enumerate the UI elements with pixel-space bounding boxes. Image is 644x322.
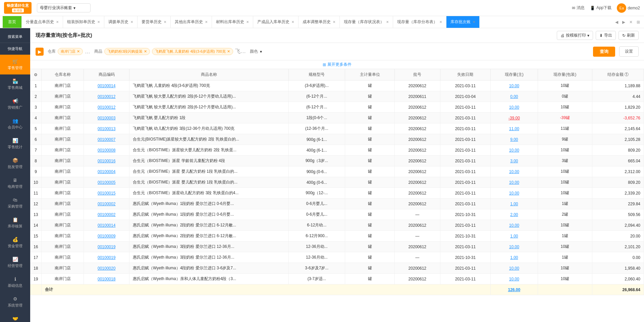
sidebar-quick-nav[interactable]: 快捷导航 bbox=[0, 43, 30, 55]
close-tab-active-icon[interactable]: ✕ bbox=[473, 20, 475, 24]
sidebar-item-member[interactable]: 👥 会员中心 bbox=[0, 114, 30, 134]
sidebar-item-stats[interactable]: 📊 零售统计 bbox=[0, 134, 30, 154]
col-settings[interactable]: ⚙ bbox=[30, 69, 42, 80]
row-qty-main[interactable]: 1.00 bbox=[491, 199, 538, 209]
row-qty-main[interactable]: 10.00 bbox=[491, 274, 538, 284]
sidebar-item-marketing[interactable]: 📢 营销推广 bbox=[0, 94, 30, 114]
tab-9[interactable]: 现存量（库存状况表）✕ bbox=[340, 16, 393, 28]
sidebar-item-retail[interactable]: 🛒 零售管理 bbox=[0, 55, 30, 74]
query-button[interactable]: 查询 bbox=[593, 47, 615, 57]
goods-tag-1[interactable]: 飞鹤奶粉3段闪购提装 ✕ bbox=[104, 48, 150, 55]
row-qty-main[interactable]: 10.00 bbox=[491, 188, 538, 199]
tab-active[interactable]: 库存批次账✕ bbox=[446, 16, 480, 28]
row-qty-pkg: 10罐 bbox=[538, 145, 592, 156]
row-qty-main[interactable]: 10.00 bbox=[491, 145, 538, 156]
row-qty-main[interactable]: 10.00 bbox=[491, 241, 538, 252]
sidebar-item-operations[interactable]: 📈 经营管理 bbox=[0, 253, 30, 272]
row-amount: 809.20 bbox=[592, 177, 644, 188]
tab-2[interactable]: 组装拆卸单历史✕ bbox=[63, 16, 104, 28]
sidebar-item-ecommerce[interactable]: 🖥 电商管理 bbox=[0, 173, 30, 193]
nav-prev-icon[interactable]: ◀ bbox=[614, 20, 620, 24]
row-batch: 20200612 bbox=[394, 123, 440, 134]
row-unit: 罐 bbox=[345, 252, 395, 263]
tab-6[interactable]: 材料出库单历史✕ bbox=[212, 16, 253, 28]
sidebar-search[interactable]: 搜索菜单 bbox=[0, 31, 30, 43]
row-code: 00100012 bbox=[84, 91, 129, 102]
sidebar-item-system[interactable]: ⚙ 系统管理 bbox=[0, 292, 30, 312]
print-button[interactable]: 🖨 按模板打印 ▾ bbox=[557, 31, 593, 40]
table-row: 17 南岸门店 00100019 惠氏启赋（Wyeth illuma）3段奶粉 … bbox=[30, 252, 644, 263]
row-amount: 229.84 bbox=[592, 199, 644, 209]
row-qty-main[interactable]: -39.00 bbox=[491, 113, 538, 123]
row-qty-main[interactable]: 10.00 bbox=[491, 220, 538, 231]
close-tab-3-icon[interactable]: ✕ bbox=[130, 20, 133, 24]
mall-icon: 🏪 bbox=[12, 78, 18, 84]
close-tab-4-icon[interactable]: ✕ bbox=[164, 20, 166, 24]
nav-close-icon[interactable]: ✕ bbox=[628, 20, 634, 24]
sidebar-item-mall[interactable]: 🏪 零售商城 bbox=[0, 74, 30, 94]
warehouse-tag-1[interactable]: 南岸门店 ✕ bbox=[58, 48, 83, 55]
close-tab-10-icon[interactable]: ✕ bbox=[439, 20, 442, 24]
row-qty-main[interactable]: 9.00 bbox=[491, 134, 538, 145]
filter-toggle-button[interactable]: ▶ bbox=[36, 48, 44, 56]
nav-next-icon[interactable]: ▶ bbox=[621, 20, 627, 24]
remove-warehouse-tag-icon[interactable]: ✕ bbox=[77, 49, 80, 54]
row-qty-main[interactable]: 11.00 bbox=[491, 123, 538, 134]
user-avatar[interactable]: Ea demo2 bbox=[617, 3, 640, 13]
row-batch: 20200612 bbox=[394, 241, 440, 252]
nav-menu-icon[interactable]: ⊞ bbox=[635, 20, 641, 24]
settings-button[interactable]: 设置 bbox=[619, 46, 639, 57]
tab-8[interactable]: 成本调整单历史✕ bbox=[299, 16, 340, 28]
row-name: 飞鹤星飞帆 儿童奶粉 4段(3-6岁适用) 700克 bbox=[129, 80, 289, 91]
sidebar-item-inventory[interactable]: 📋 库存核算 bbox=[0, 213, 30, 233]
row-qty-main[interactable]: 10.00 bbox=[491, 80, 538, 91]
row-qty-main[interactable]: 10.00 bbox=[491, 166, 538, 177]
tab-10[interactable]: 现存量（库存分布表）✕ bbox=[393, 16, 446, 28]
tab-4[interactable]: 要货单历史✕ bbox=[138, 16, 171, 28]
row-qty-main[interactable]: 1.00 bbox=[491, 252, 538, 263]
sidebar-item-cooperation[interactable]: 🤝 企业协同 bbox=[0, 312, 30, 322]
remove-goods-tag-2-icon[interactable]: ✕ bbox=[227, 49, 230, 54]
tab-5[interactable]: 其他出库单历史✕ bbox=[171, 16, 212, 28]
tab-1[interactable]: 分量盘点单历史✕ bbox=[22, 16, 63, 28]
account-dropdown[interactable]: 母婴行业演示账套 ▾ bbox=[37, 3, 91, 12]
close-tab-2-icon[interactable]: ✕ bbox=[97, 20, 100, 24]
row-index: 8 bbox=[30, 156, 42, 166]
row-qty-main[interactable]: 3.00 bbox=[491, 156, 538, 166]
row-batch: 20200612 bbox=[394, 274, 440, 284]
goods-tag-2[interactable]: 飞鹤星飞帆 儿童奶粉 4段(3-6岁适用) 700克 ✕ bbox=[152, 48, 233, 55]
color-dropdown-icon[interactable]: ▾ bbox=[260, 49, 262, 54]
close-tab-6-icon[interactable]: ✕ bbox=[246, 20, 249, 24]
message-btn[interactable]: ✉ 消息 bbox=[572, 5, 585, 11]
close-tab-8-icon[interactable]: ✕ bbox=[333, 20, 335, 24]
close-tab-1-icon[interactable]: ✕ bbox=[56, 20, 59, 24]
row-warehouse: 南岸门店 bbox=[42, 263, 84, 274]
row-batch: — bbox=[394, 231, 440, 241]
tab-7[interactable]: 产成品入库单历史✕ bbox=[253, 16, 299, 28]
sidebar-item-wholesale[interactable]: 📦 批发管理 bbox=[0, 154, 30, 173]
export-button[interactable]: ⬇ 导出 bbox=[596, 31, 616, 40]
warehouse-more-icon[interactable]: … bbox=[85, 49, 90, 55]
app-download-btn[interactable]: 📱 App下载 bbox=[590, 5, 611, 11]
row-qty-main[interactable]: 0.00 bbox=[491, 91, 538, 102]
tab-3[interactable]: 调拨单历史✕ bbox=[104, 16, 138, 28]
close-tab-5-icon[interactable]: ✕ bbox=[205, 20, 208, 24]
close-tab-7-icon[interactable]: ✕ bbox=[291, 20, 294, 24]
basic-icon: ℹ bbox=[14, 276, 16, 282]
close-tab-9-icon[interactable]: ✕ bbox=[386, 20, 389, 24]
row-index: 12 bbox=[30, 199, 42, 209]
expand-more-btn[interactable]: ⊞ 展开更多条件 bbox=[323, 62, 352, 67]
row-qty-main[interactable]: 10.00 bbox=[491, 177, 538, 188]
row-qty-main[interactable]: 10.00 bbox=[491, 102, 538, 113]
refresh-button[interactable]: ↻ 刷新 bbox=[619, 31, 639, 40]
row-qty-main[interactable]: 10.00 bbox=[491, 263, 538, 274]
row-qty-main[interactable]: 1.00 bbox=[491, 231, 538, 241]
sidebar-item-operations-label: 经营管理 bbox=[8, 263, 22, 268]
remove-goods-tag-1-icon[interactable]: ✕ bbox=[144, 49, 147, 54]
sidebar-item-basic[interactable]: ℹ 基础信息 bbox=[0, 272, 30, 292]
goods-more-icon[interactable]: 飞… bbox=[235, 48, 246, 55]
sidebar-item-finance[interactable]: 💰 资金管理 bbox=[0, 233, 30, 253]
tab-home[interactable]: 首页 bbox=[3, 16, 22, 28]
row-qty-main[interactable]: 2.00 bbox=[491, 209, 538, 220]
sidebar-item-purchase[interactable]: 🛍 采购管理 bbox=[0, 193, 30, 213]
